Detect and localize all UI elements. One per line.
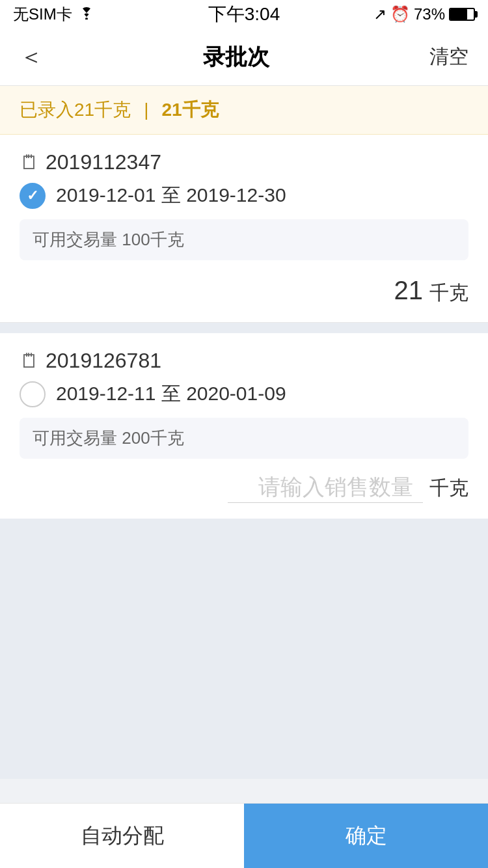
input-underline [228,502,423,503]
nav-bar: ＜ 录批次 清空 [0,29,488,86]
batch-1-id: 2019112347 [46,150,161,174]
auto-distribute-button[interactable]: 自动分配 [0,804,244,868]
clear-button[interactable]: 清空 [429,44,468,70]
gray-area [0,519,488,779]
quantity-input[interactable] [228,474,423,500]
batch-1-amount-row: 21 千克 [0,260,488,323]
status-right: ↗ ⏰ 73% [373,5,475,23]
batch-2-header: 🗒 2019126781 [20,349,468,373]
status-bar: 无SIM卡 下午3:04 ↗ ⏰ 73% [0,0,488,29]
batch-icon-2: 🗒 [20,350,39,372]
batch-2-unit: 千克 [429,475,468,502]
section-divider [0,323,488,333]
batch-1-quantity: 21 [394,276,424,305]
alarm-icon: ⏰ [390,5,410,23]
battery-icon [449,8,475,21]
batch-2-date: 2019-12-11 至 2020-01-09 [56,381,286,407]
batch-2-avail: 可用交易量 200千克 [33,428,184,448]
status-time: 下午3:04 [208,2,280,27]
battery-percent: 73% [414,5,445,23]
bottom-bar: 自动分配 确定 [0,803,488,868]
info-amount: 21千克 [161,98,218,122]
batch-icon-1: 🗒 [20,152,39,174]
batch-item-2: 🗒 2019126781 2019-12-11 至 2020-01-09 可用交… [0,333,488,519]
batch-1-avail: 可用交易量 100千克 [33,230,184,249]
wifi-icon [77,5,96,23]
info-divider: | [144,100,148,120]
info-bar: 已录入21千克 | 21千克 [0,86,488,135]
batch-1-date: 2019-12-01 至 2019-12-30 [56,182,286,209]
carrier-text: 无SIM卡 [13,4,72,25]
recorded-label: 已录入21千克 [20,98,131,122]
batch-2-id: 2019126781 [46,349,161,373]
batch-2-radio[interactable] [20,381,46,407]
batch-2-date-row: 2019-12-11 至 2020-01-09 [20,381,468,407]
svg-point-0 [85,18,88,20]
batch-1-unit: 千克 [429,280,468,306]
batch-1-header: 🗒 2019112347 [20,150,468,174]
back-button[interactable]: ＜ [20,41,43,73]
batch-2-avail-box: 可用交易量 200千克 [20,418,468,459]
batch-1-avail-box: 可用交易量 100千克 [20,219,468,260]
batch-item-1: 🗒 2019112347 2019-12-01 至 2019-12-30 可用交… [0,135,488,323]
confirm-button[interactable]: 确定 [244,804,488,868]
batch-2-input-row: 千克 [0,459,488,519]
batch-1-date-row: 2019-12-01 至 2019-12-30 [20,182,468,209]
status-left: 无SIM卡 [13,4,96,25]
qty-input-wrapper [228,474,423,503]
page-title: 录批次 [203,42,269,72]
batch-1-radio[interactable] [20,183,46,209]
location-icon: ↗ [373,5,386,23]
